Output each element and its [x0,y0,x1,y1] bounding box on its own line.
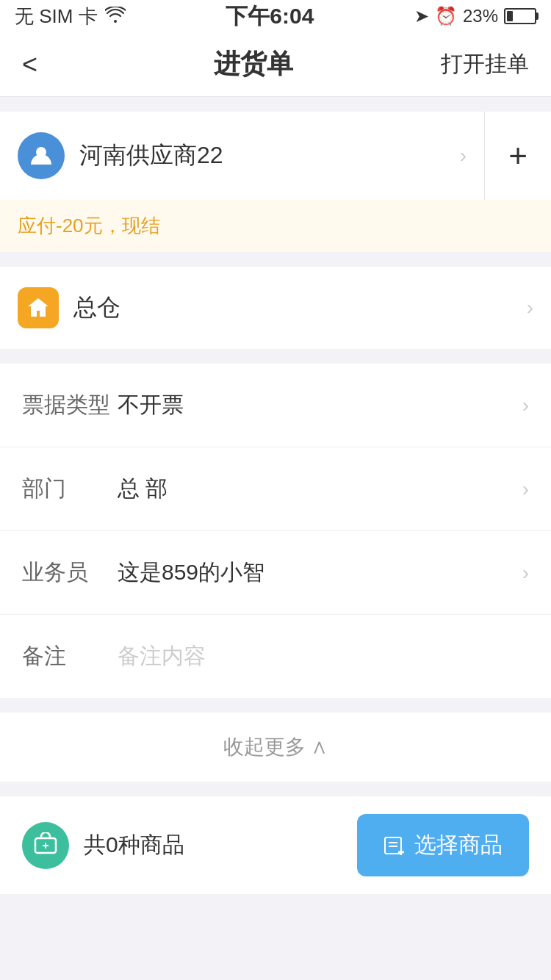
chevron-right-icon: › [460,144,467,167]
product-icon [22,822,69,869]
battery-icon [504,8,536,24]
open-pending-button[interactable]: 打开挂单 [441,49,529,79]
page-background [0,894,551,980]
wifi-icon [105,5,126,28]
house-icon [26,296,50,320]
collapse-button[interactable]: 收起更多 ∧ [0,713,551,782]
supplier-add-button[interactable]: + [485,112,551,200]
product-count-label: 共0种商品 [84,830,342,860]
warehouse-select-button[interactable]: 总仓 › [0,267,551,349]
chevron-right-icon: › [522,394,529,417]
salesman-value: 这是859的小智 [118,558,515,588]
salesman-row[interactable]: 业务员 这是859的小智 › [0,531,551,615]
select-product-label: 选择商品 [414,830,503,860]
remark-input[interactable]: 备注内容 [118,641,529,671]
alarm-icon: ⏰ [435,6,457,26]
chevron-right-icon: › [522,561,529,585]
person-icon [28,143,54,169]
status-bar: 无 SIM 卡 下午6:04 ➤ ⏰ 23% [0,0,551,32]
chevron-right-icon: › [527,296,533,320]
invoice-value: 不开票 [118,390,515,420]
department-value: 总 部 [118,474,515,504]
supplier-name: 河南供应商22 [79,140,453,172]
invoice-type-row[interactable]: 票据类型 不开票 › [0,364,551,447]
department-row[interactable]: 部门 总 部 › [0,447,551,531]
department-label: 部门 [22,474,118,504]
location-icon: ➤ [414,6,429,26]
remark-label: 备注 [22,641,118,671]
battery-percent: 23% [463,6,498,26]
time-label: 下午6:04 [226,1,314,32]
collapse-label: 收起更多 ∧ [223,735,328,758]
invoice-label: 票据类型 [22,390,118,420]
notice-bar: 应付-20元，现结 [0,200,551,252]
form-section: 票据类型 不开票 › 部门 总 部 › 业务员 这是859的小智 › 备注 备注… [0,364,551,698]
notice-text: 应付-20元，现结 [18,215,160,237]
status-right: ➤ ⏰ 23% [414,6,536,26]
warehouse-name: 总仓 [73,292,519,324]
select-product-icon [383,835,406,857]
bottom-bar: 共0种商品 选择商品 [0,796,551,894]
chevron-right-icon: › [522,478,529,501]
supplier-select-button[interactable]: 河南供应商22 › [0,112,485,200]
select-product-button[interactable]: 选择商品 [357,814,529,876]
remark-row[interactable]: 备注 备注内容 [0,615,551,698]
back-button[interactable]: < [22,49,66,80]
warehouse-icon [18,287,59,328]
gap-1 [0,97,551,112]
salesman-label: 业务员 [22,558,118,588]
carrier-label: 无 SIM 卡 [15,4,98,29]
page-title: 进货单 [214,46,293,82]
cart-icon [32,832,59,859]
nav-bar: < 进货单 打开挂单 [0,32,551,97]
supplier-avatar [18,132,65,179]
status-left: 无 SIM 卡 [15,4,126,29]
supplier-section: 河南供应商22 › + [0,112,551,200]
